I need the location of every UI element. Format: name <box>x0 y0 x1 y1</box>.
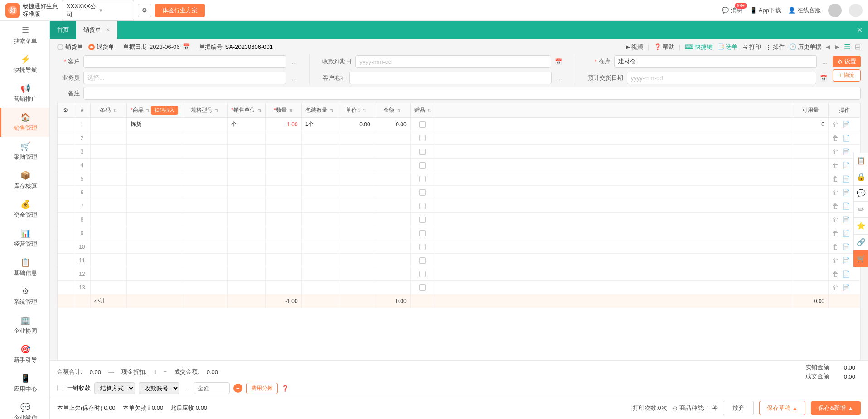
copy-icon-6[interactable]: 📄 <box>842 202 850 210</box>
deficit-info-icon[interactable]: ℹ <box>148 405 150 411</box>
row-product-2[interactable] <box>126 145 182 159</box>
app-download-btn[interactable]: 📱 App下载 <box>750 6 781 14</box>
row-gift-8[interactable] <box>410 226 435 240</box>
radio-sales-bill[interactable]: 销货单 <box>57 43 83 51</box>
row-amount-9[interactable] <box>374 240 410 254</box>
row-price-1[interactable] <box>338 131 374 145</box>
expense-help-icon[interactable]: ❓ <box>281 385 289 392</box>
copy-icon-3[interactable]: 📄 <box>842 162 850 169</box>
one-click-payment-checkbox[interactable] <box>57 385 63 391</box>
sort-price[interactable]: ⇅ <box>363 108 366 113</box>
row-barcode-7[interactable] <box>90 213 126 226</box>
row-gift-9[interactable] <box>410 240 435 254</box>
sidebar-item-guide[interactable]: 🎯 新手引导 <box>0 340 49 369</box>
next-record-icon[interactable]: ▶ <box>835 43 839 50</box>
float-btn-5[interactable]: ⭐ <box>853 218 868 234</box>
sidebar-item-operations[interactable]: 📊 经营管理 <box>0 224 49 253</box>
sidebar-item-marketing[interactable]: 📢 营销推广 <box>0 79 49 108</box>
date-value[interactable]: 2023-06-06 <box>150 43 180 50</box>
settings-icon[interactable]: ⚙ <box>138 4 151 17</box>
history-btn[interactable]: 🕐 历史单据 <box>789 43 821 51</box>
delete-icon-7[interactable]: 🗑 <box>832 216 839 223</box>
save-draft-btn[interactable]: 保存草稿 ▲ <box>759 401 806 415</box>
row-product-10[interactable] <box>126 254 182 267</box>
copy-icon-1[interactable]: 📄 <box>842 135 850 142</box>
row-gift-2[interactable] <box>410 145 435 159</box>
row-price-0[interactable]: 0.00 <box>338 118 374 131</box>
row-spec-4[interactable] <box>182 172 228 186</box>
calendar-icon[interactable]: 📅 <box>183 43 190 50</box>
delete-icon-3[interactable]: 🗑 <box>832 162 839 169</box>
row-unit-3[interactable] <box>228 159 265 172</box>
float-btn-4[interactable]: ✏ <box>853 202 868 218</box>
gift-checkbox-12[interactable] <box>419 284 426 291</box>
row-price-6[interactable] <box>338 199 374 213</box>
copy-icon-9[interactable]: 📄 <box>842 243 850 250</box>
row-qty-9[interactable] <box>265 240 301 254</box>
row-qty-6[interactable] <box>265 199 301 213</box>
row-price-2[interactable] <box>338 145 374 159</box>
row-amount-12[interactable] <box>374 281 410 294</box>
sidebar-item-appcenter[interactable]: 📱 应用中心 <box>0 369 49 398</box>
delivery-date-input[interactable]: yyyy-mm-dd <box>627 72 816 84</box>
row-pkg-9[interactable] <box>301 240 338 254</box>
row-qty-10[interactable] <box>265 254 301 267</box>
operations-btn[interactable]: ⋮ 操作 <box>766 43 785 51</box>
delete-icon-10[interactable]: 🗑 <box>832 257 839 264</box>
row-unit-2[interactable] <box>228 145 265 159</box>
row-pkg-10[interactable] <box>301 254 338 267</box>
row-barcode-3[interactable] <box>90 159 126 172</box>
online-service-btn[interactable]: 👤 在线客服 <box>788 6 821 14</box>
row-spec-5[interactable] <box>182 186 228 199</box>
copy-icon-0[interactable]: 📄 <box>842 121 850 128</box>
account-dots[interactable]: ... <box>185 385 190 392</box>
sort-amount[interactable]: ⇅ <box>397 108 401 113</box>
delete-icon-4[interactable]: 🗑 <box>832 175 839 183</box>
float-btn-1[interactable]: 📋 <box>853 153 868 169</box>
row-qty-1[interactable] <box>265 131 301 145</box>
account-select[interactable]: 收款账号 <box>139 382 179 394</box>
row-spec-12[interactable] <box>182 281 228 294</box>
payment-date-input[interactable]: yyyy-mm-dd <box>355 55 551 68</box>
gift-checkbox-6[interactable] <box>419 203 426 209</box>
copy-icon-7[interactable]: 📄 <box>842 216 850 223</box>
row-product-5[interactable] <box>126 186 182 199</box>
company-select[interactable]: XXXXXX公司 ▾ <box>62 0 134 21</box>
row-gift-5[interactable] <box>410 186 435 199</box>
row-amount-8[interactable] <box>374 226 410 240</box>
delete-icon-8[interactable]: 🗑 <box>832 230 839 237</box>
copy-icon-10[interactable]: 📄 <box>842 257 850 264</box>
sidebar-item-corpwechat[interactable]: 💬 企业微信 <box>0 398 49 419</box>
row-spec-9[interactable] <box>182 240 228 254</box>
tab-bar-close-icon[interactable]: ✕ <box>857 26 863 34</box>
radio-return-bill[interactable]: 退货单 <box>88 43 114 51</box>
row-pkg-8[interactable] <box>301 226 338 240</box>
row-gift-3[interactable] <box>410 159 435 172</box>
row-unit-9[interactable] <box>228 240 265 254</box>
remark-input[interactable] <box>83 87 861 100</box>
row-qty-3[interactable] <box>265 159 301 172</box>
row-spec-7[interactable] <box>182 213 228 226</box>
row-barcode-10[interactable] <box>90 254 126 267</box>
row-product-0[interactable]: 拣货 <box>126 118 182 131</box>
row-qty-4[interactable] <box>265 172 301 186</box>
row-gift-12[interactable] <box>410 281 435 294</box>
row-spec-6[interactable] <box>182 199 228 213</box>
row-amount-11[interactable] <box>374 267 410 281</box>
row-price-8[interactable] <box>338 226 374 240</box>
salesperson-dots[interactable]: ... <box>291 75 296 82</box>
row-amount-5[interactable] <box>374 186 410 199</box>
add-payment-btn[interactable]: + <box>233 384 242 393</box>
th-settings[interactable]: ⚙ <box>58 103 74 118</box>
warehouse-input[interactable]: 建材仓 <box>614 55 817 68</box>
row-unit-6[interactable] <box>228 199 265 213</box>
row-qty-0[interactable]: -1.00 <box>265 118 301 131</box>
row-price-5[interactable] <box>338 186 374 199</box>
row-barcode-12[interactable] <box>90 281 126 294</box>
sidebar-item-sales[interactable]: 🏠 销售管理 <box>0 108 49 137</box>
row-qty-5[interactable] <box>265 186 301 199</box>
delete-icon-12[interactable]: 🗑 <box>832 284 839 291</box>
sidebar-item-quicknav[interactable]: ⚡ 快捷导航 <box>0 50 49 79</box>
gift-checkbox-2[interactable] <box>419 149 426 155</box>
row-amount-0[interactable]: 0.00 <box>374 118 410 131</box>
